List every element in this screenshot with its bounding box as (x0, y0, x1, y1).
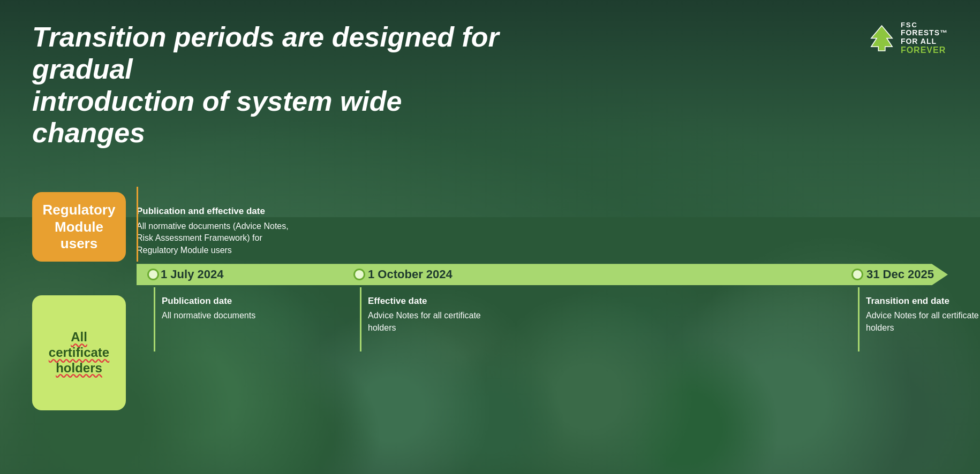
transition-end-title: Transition end date (866, 295, 980, 307)
timeline-dot-2 (353, 269, 365, 280)
effective-date-block: Effective date Advice Notes for all cert… (368, 295, 491, 334)
certificate-holders-label: All certificate holders (40, 330, 118, 376)
timeline-dot-1 (147, 269, 159, 280)
content-wrapper: Transition periods are designed for grad… (0, 0, 980, 474)
regulatory-module-label: Regulatory Module users (40, 202, 118, 252)
vertical-divider-dec (858, 287, 860, 351)
regulatory-module-box: Regulatory Module users (32, 192, 126, 262)
top-content-area: Publication and effective date All norma… (126, 205, 948, 262)
transition-end-text: Advice Notes for all certificate holders (866, 310, 980, 334)
effective-date-title: Effective date (368, 295, 491, 307)
pub-effective-title: Publication and effective date (137, 205, 297, 217)
vertical-divider-top (137, 187, 138, 262)
vertical-divider-october (360, 287, 361, 351)
publication-date-block: Publication date All normative documents (162, 295, 285, 322)
certificate-holders-box: All certificate holders (32, 295, 126, 410)
timeline-dot-3 (851, 269, 863, 280)
effective-date-text: Advice Notes for all certificate holders (368, 310, 491, 334)
timeline-track (137, 264, 948, 285)
fsc-logo: FSC FORESTS™ FOR ALL FOREVER (867, 21, 948, 55)
fsc-for-all-label: FOR ALL (901, 37, 948, 45)
top-row: Regulatory Module users Publication and … (32, 176, 948, 262)
fsc-forever-label: FOREVER (901, 45, 948, 55)
title-line1: Transition periods are designed for grad… (32, 21, 499, 85)
pub-effective-block: Publication and effective date All norma… (137, 205, 297, 262)
fsc-text-block: FSC FORESTS™ FOR ALL FOREVER (901, 21, 948, 55)
pub-date-text: All normative documents (162, 310, 285, 322)
transition-end-block: Transition end date Advice Notes for all… (866, 295, 980, 334)
pub-date-title: Publication date (162, 295, 285, 307)
timeline-area: Regulatory Module users Publication and … (32, 176, 948, 410)
pub-effective-text: All normative documents (Advice Notes, R… (137, 220, 297, 256)
fsc-brand-label: FSC (901, 21, 948, 29)
vertical-divider-july (154, 287, 155, 351)
main-title: Transition periods are designed for grad… (32, 21, 514, 149)
timeline-label-2: 1 October 2024 (368, 267, 453, 281)
timeline-label-1: 1 July 2024 (161, 267, 223, 281)
timeline-bar: 1 July 2024 1 October 2024 31 Dec 2025 (32, 262, 948, 287)
fsc-forests-label: FORESTS™ (901, 29, 948, 37)
timeline-label-3: 31 Dec 2025 (866, 267, 934, 281)
bottom-row: All certificate holders Publication date… (32, 287, 948, 410)
title-line2: introduction of system wide changes (32, 86, 402, 149)
header: Transition periods are designed for grad… (32, 21, 948, 149)
fsc-tree-icon (867, 24, 896, 53)
